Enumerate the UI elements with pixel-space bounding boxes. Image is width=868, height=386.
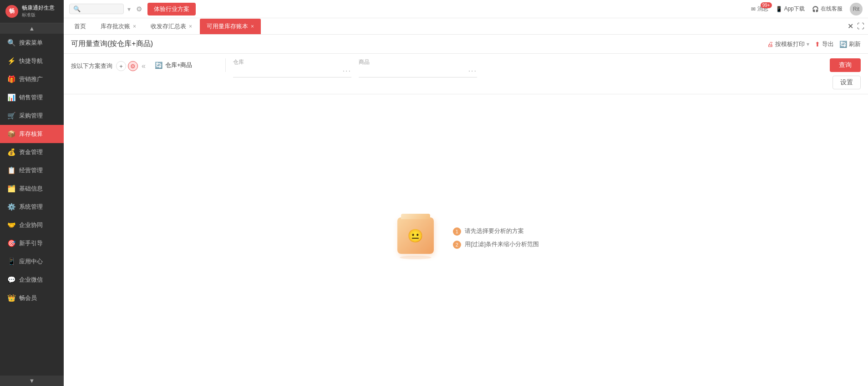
sidebar-item-label: 库存核算: [19, 130, 43, 138]
online-service-action[interactable]: 🎧 在线客服: [812, 5, 843, 13]
empty-hint-2: 2 用[过滤]条件来缩小分析范围: [453, 240, 539, 249]
message-badge: 99+: [761, 2, 772, 8]
sidebar-item-basic-info[interactable]: 🗂️ 基础信息: [0, 180, 64, 198]
product-label: 商品: [359, 58, 477, 66]
chart-icon: 📊: [7, 93, 15, 102]
column-settings-button[interactable]: 设置: [832, 76, 861, 89]
sidebar-item-marketing[interactable]: 🎁 营销推广: [0, 70, 64, 88]
print-icon: 🖨: [767, 41, 773, 48]
box-icon: 📦: [7, 130, 15, 138]
warehouse-input[interactable]: [233, 68, 341, 75]
refresh-label: 刷新: [849, 40, 861, 48]
sidebar-scroll-up[interactable]: ▲: [0, 23, 64, 34]
user-avatar[interactable]: Rit: [850, 3, 863, 15]
sidebar-scroll-down[interactable]: ▼: [0, 376, 64, 386]
close-all-tabs-button[interactable]: ✕: [848, 22, 853, 31]
sidebar-item-label: 销售管理: [19, 93, 43, 102]
empty-hint-text: 1 请先选择要分析的方案 2 用[过滤]条件来缩小分析范围: [453, 227, 539, 253]
sidebar-item-label: 搜索菜单: [19, 39, 43, 47]
sidebar-nav: 🔍 搜索菜单 ⚡ 快捷导航 🎁 营销推广 📊 销售管理 🛒 采购管理 📦 库存核…: [0, 34, 64, 376]
sidebar-item-enterprise[interactable]: 🤝 企业协同: [0, 216, 64, 234]
scheme-item-warehouse-product[interactable]: 🔄 仓库+商品: [149, 58, 198, 72]
gift-icon: 🎁: [7, 75, 15, 83]
hint-number-1: 1: [453, 227, 461, 236]
product-more-icon[interactable]: ···: [468, 67, 477, 75]
sidebar-item-inventory[interactable]: 📦 库存核算: [0, 125, 64, 143]
empty-state: 😐 1 请先选择要分析的方案 2 用[过滤]条件来缩小分析范围: [64, 94, 868, 386]
collapse-icon[interactable]: «: [142, 58, 146, 70]
sidebar-item-quick[interactable]: ⚡ 快捷导航: [0, 52, 64, 70]
folder-icon: 🗂️: [7, 185, 15, 193]
scheme-item-label: 仓库+商品: [165, 61, 193, 69]
chat-icon: 💬: [7, 276, 15, 284]
chevron-down-icon[interactable]: ▾: [127, 5, 131, 13]
tabs-bar: 首页 库存批次账 × 收发存汇总表 × 可用量库存账本 × ✕ ⛶: [64, 18, 868, 35]
brand-name: 畅康通好生意: [22, 5, 55, 12]
tab-label: 库存批次账: [101, 22, 130, 31]
cart-icon: 🛒: [7, 112, 15, 120]
topbar: 🔍 ▾ ⚙ 体验行业方案 ✉ 消息 99+ 📱 App下载 🎧 在线客服 Rit: [64, 0, 868, 18]
sidebar-item-label: 企业协同: [19, 221, 43, 229]
tab-close-icon[interactable]: ×: [133, 23, 136, 30]
main-area: 🔍 ▾ ⚙ 体验行业方案 ✉ 消息 99+ 📱 App下载 🎧 在线客服 Rit: [64, 0, 868, 386]
tab-home[interactable]: 首页: [67, 19, 93, 34]
app-download-action[interactable]: 📱 App下载: [776, 5, 805, 13]
settings-icon[interactable]: ⚙: [134, 3, 144, 15]
sidebar-item-label: 营销推广: [19, 75, 43, 83]
sidebar-item-system[interactable]: ⚙️ 系统管理: [0, 198, 64, 216]
page-header-actions: 🖨 按模板打印 ▾ ⬆ 导出 🔄 刷新: [767, 40, 861, 48]
content-area: 按以下方案查询 + ⚙ « 🔄 仓库+商品 仓库: [64, 54, 868, 386]
filter-panel: 按以下方案查询 + ⚙ « 🔄 仓库+商品 仓库: [64, 54, 868, 94]
sidebar-item-label: 资金管理: [19, 148, 43, 156]
export-button[interactable]: ⬆ 导出: [815, 40, 834, 48]
tab-batch-account[interactable]: 库存批次账 ×: [94, 19, 143, 34]
headset-icon: 🎧: [812, 6, 819, 12]
print-chevron-icon[interactable]: ▾: [807, 41, 809, 47]
clipboard-icon: 📋: [7, 166, 15, 175]
empty-box-graphic: 😐: [397, 217, 434, 254]
refresh-icon: 🔄: [839, 41, 847, 48]
export-icon: ⬆: [815, 41, 820, 48]
sidebar-item-label: 应用中心: [19, 257, 43, 266]
sidebar-item-label: 基础信息: [19, 185, 43, 193]
message-action[interactable]: ✉ 消息 99+: [751, 5, 768, 13]
sidebar-item-label: 经营管理: [19, 166, 43, 175]
tab-close-icon[interactable]: ×: [189, 23, 192, 30]
tab-close-icon[interactable]: ×: [251, 23, 254, 30]
sidebar-item-enterprise-wx[interactable]: 💬 企业微信: [0, 271, 64, 289]
sidebar-item-purchase[interactable]: 🛒 采购管理: [0, 107, 64, 125]
scheme-icon: 🔄: [155, 62, 162, 69]
tab-receipt-summary[interactable]: 收发存汇总表 ×: [144, 19, 199, 34]
brand-info: 畅康通好生意 标准版: [22, 5, 55, 18]
tab-available-inventory[interactable]: 可用量库存账本 ×: [200, 19, 261, 34]
product-input[interactable]: [359, 68, 467, 75]
hint-number-2: 2: [453, 241, 461, 249]
expand-tabs-button[interactable]: ⛶: [857, 22, 864, 31]
sidebar-item-label: 系统管理: [19, 203, 43, 211]
refresh-button[interactable]: 🔄 刷新: [839, 40, 861, 48]
sidebar-item-sales[interactable]: 📊 销售管理: [0, 88, 64, 107]
sidebar-item-app-center[interactable]: 📱 应用中心: [0, 252, 64, 271]
industry-solution-button[interactable]: 体验行业方案: [147, 3, 196, 15]
scheme-settings-button[interactable]: ⚙: [128, 61, 138, 71]
sidebar-item-membership[interactable]: 👑 畅会员: [0, 289, 64, 307]
mobile-icon: 📱: [7, 257, 15, 266]
filter-label: 按以下方案查询: [71, 58, 112, 70]
sidebar-item-search[interactable]: 🔍 搜索菜单: [0, 34, 64, 52]
sidebar-item-finance[interactable]: 💰 资金管理: [0, 143, 64, 161]
sidebar-item-label: 畅会员: [19, 294, 37, 302]
money-icon: 💰: [7, 148, 15, 156]
sidebar-item-guide[interactable]: 🎯 新手引导: [0, 234, 64, 252]
filter-left: 按以下方案查询 + ⚙ « 🔄 仓库+商品: [71, 58, 226, 72]
page-header: 可用量查询(按仓库+商品) 🖨 按模板打印 ▾ ⬆ 导出 🔄 刷新: [64, 35, 868, 54]
topbar-search-input[interactable]: [82, 6, 119, 12]
warehouse-field: 仓库 ···: [233, 58, 351, 77]
topbar-search-box[interactable]: 🔍: [69, 4, 124, 14]
print-button[interactable]: 🖨 按模板打印 ▾: [767, 40, 809, 48]
sidebar-item-operations[interactable]: 📋 经营管理: [0, 161, 64, 180]
query-button[interactable]: 查询: [830, 58, 861, 72]
warehouse-more-icon[interactable]: ···: [343, 67, 351, 75]
filter-right-buttons: 查询 设置: [830, 58, 861, 89]
add-scheme-button[interactable]: +: [116, 61, 126, 71]
tab-label: 收发存汇总表: [151, 22, 186, 31]
